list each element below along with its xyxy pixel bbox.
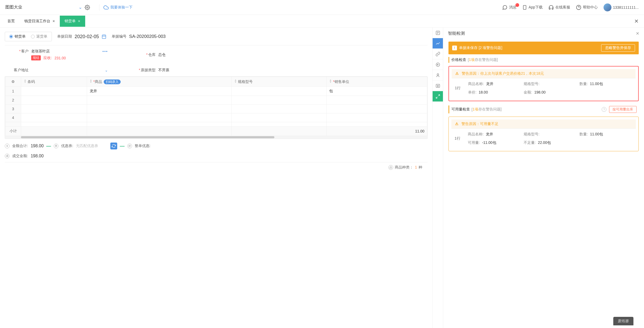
doc-no-value: SA-20200205-003 <box>129 34 166 39</box>
cloud-icon <box>103 5 109 10</box>
scroll-thumb[interactable] <box>21 136 274 138</box>
close-icon[interactable]: ✕ <box>78 19 80 23</box>
tab-label: 钱货日清工作台 <box>24 19 50 24</box>
gear-icon[interactable] <box>85 5 90 10</box>
table-row[interactable]: 2 <box>5 96 427 105</box>
message-button[interactable]: 消息 <box>502 5 516 10</box>
panel-header: 智能检测 ✕ <box>443 28 644 39</box>
settle-info: 现结 应收: 231.00 <box>31 55 108 60</box>
help-center-button[interactable]: 帮助中心 <box>576 5 598 10</box>
sales-order-radio[interactable]: 销货单 <box>7 33 28 40</box>
warning-icon: ! <box>452 46 457 50</box>
receivable-label: 应收: <box>43 56 52 60</box>
side-sync-icon[interactable] <box>433 59 443 70</box>
discount-icon: 折 <box>127 144 132 148</box>
customer-address-field: 客户地址 ⌄ <box>5 68 108 73</box>
field-label: 客户地址 <box>5 68 29 73</box>
tab-home[interactable]: 首页 <box>3 16 20 27</box>
table-row[interactable]: 4 <box>5 113 427 122</box>
summary-section: ¥ 金额合计: 198.00 — 券 优惠券: 无匹配优惠券 — 折 整单优惠:… <box>5 139 428 162</box>
refresh-coupon-button[interactable] <box>110 143 117 149</box>
tabs-bar: 首页 钱货日清工作台✕ 销货单✕ ✕ <box>0 15 644 28</box>
ship-by-avail-button[interactable]: 按可用量出库 <box>609 106 637 113</box>
product-header[interactable]: ▲▼*商品扫码录入 <box>87 77 232 87</box>
svg-point-14 <box>437 74 439 75</box>
row-number: 1行 <box>455 82 465 95</box>
section-count: 1项 <box>473 107 478 112</box>
section-count: 1项 <box>469 57 475 62</box>
help-icon <box>576 5 581 10</box>
side-expand-icon[interactable] <box>433 91 443 102</box>
tab-sales-order[interactable]: 销货单✕ <box>60 16 85 27</box>
table-row[interactable]: 1龙井包 <box>5 87 427 96</box>
side-chart-icon[interactable] <box>433 38 443 49</box>
barcode-header[interactable]: ▲▼条码 <box>21 77 87 87</box>
alert-bar: ! 单据未保存 [2 项警告问题] 忽略警告并保存 <box>448 42 639 54</box>
radio-label: 销货单 <box>15 34 26 39</box>
deal-label: 成交金额: <box>12 154 28 158</box>
warehouse-select[interactable]: 总仓 <box>158 52 211 57</box>
close-all-tabs-button[interactable]: ✕ <box>632 18 641 24</box>
avail-detail-row: 1行 商品名称:龙井 规格型号: 数量:11.00包 可用量:-11.00包 不… <box>451 128 636 148</box>
company-name: 图图大业 <box>5 5 22 10</box>
chevron-down-icon: ⌄ <box>105 68 108 72</box>
service-label: 在线客服 <box>555 5 570 10</box>
close-icon[interactable]: ✕ <box>52 19 55 23</box>
user-menu[interactable]: 13381111111... <box>604 3 639 11</box>
username: 13381111111... <box>613 5 639 10</box>
horizontal-scrollbar[interactable] <box>5 136 427 139</box>
try-experience-link[interactable]: 我要体验一下 <box>103 5 133 10</box>
app-download-label: App下载 <box>529 5 543 10</box>
minus-icon: — <box>120 143 125 149</box>
coupon-label: 优惠券: <box>61 144 73 148</box>
customer-select[interactable]: 老张茶叶店 ••• <box>31 49 108 54</box>
app-download-button[interactable]: App下载 <box>522 5 543 10</box>
doc-no-field: 单据编号 SA-20200205-003 <box>112 34 166 39</box>
spec-header[interactable]: ▲▼规格型号 <box>232 77 326 87</box>
address-row: 客户地址 ⌄ *票据类型 不开票 <box>5 64 428 76</box>
coupon-placeholder[interactable]: 无匹配优惠券 <box>76 144 108 148</box>
tab-label: 销货单 <box>65 19 76 24</box>
price-detail-row: 1行 商品名称:龙井 规格型号: 数量:11.00包 单价:18.00 金额:1… <box>452 78 636 98</box>
ignore-save-button[interactable]: 忽略警告并保存 <box>601 44 635 52</box>
warn-reason: ⚠ 警告原因：可用量不足 <box>451 119 636 128</box>
table-row[interactable]: 3 <box>5 105 427 113</box>
company-selector[interactable]: 图图大业 ⌄ <box>5 5 85 10</box>
deal-icon: 成 <box>5 154 10 158</box>
topbar: 图图大业 ⌄ 我要体验一下 消息 App下载 在线客服 <box>0 0 644 15</box>
side-link-icon[interactable] <box>433 49 443 59</box>
section-name: 价格检查 <box>451 57 466 62</box>
invoice-type-select[interactable]: 不开票 <box>158 68 211 73</box>
help-icon[interactable]: ? <box>602 107 606 112</box>
online-service-button[interactable]: 在线客服 <box>548 5 570 10</box>
sku-label: 商品种类： <box>395 165 413 170</box>
scan-input-button[interactable]: 扫码录入 <box>104 79 121 84</box>
table-row[interactable] <box>5 122 427 127</box>
minus-icon: — <box>46 143 51 149</box>
sku-count: 1 <box>415 165 417 170</box>
side-money-icon[interactable] <box>433 81 443 91</box>
avail-check-block: ⚠ 警告原因：可用量不足 1行 商品名称:龙井 规格型号: 数量:11.00包 … <box>448 117 639 151</box>
amount-value: 198.00 <box>31 144 44 148</box>
close-panel-button[interactable]: ✕ <box>636 31 639 36</box>
settings-col-header[interactable]: ⚙ <box>5 77 21 87</box>
more-icon[interactable]: ••• <box>102 49 108 54</box>
address-select[interactable]: ⌄ <box>31 68 108 72</box>
try-link-text: 我要体验一下 <box>110 5 133 10</box>
customer-row: *客户 老张茶叶店 ••• 现结 应收: 231.00 *仓库 总仓 <box>5 45 428 64</box>
subtotal-qty: 11.00 <box>326 127 427 136</box>
trash-button[interactable]: 废纸篓 <box>613 317 633 325</box>
panel-body: ! 单据未保存 [2 项警告问题] 忽略警告并保存 价格检查 [1项存在警告问题… <box>443 39 644 158</box>
side-user-icon[interactable] <box>433 70 443 81</box>
side-list-icon[interactable] <box>433 28 443 38</box>
calendar-icon[interactable] <box>102 34 106 39</box>
tab-workbench[interactable]: 钱货日清工作台✕ <box>20 16 60 27</box>
cell-product[interactable]: 龙井 <box>87 87 232 96</box>
doc-type-radio-group: 销货单 退货单 <box>5 32 52 41</box>
return-order-radio[interactable]: 退货单 <box>28 33 50 40</box>
price-check-block: ⚠ 警告原因：你上次与该客户交易价格21，本次18元 1行 商品名称:龙井 规格… <box>448 66 639 101</box>
unit-header[interactable]: ▲▼*销售单位 <box>326 77 427 87</box>
date-value[interactable]: 2020-02-05 <box>75 34 99 39</box>
settle-badge: 现结 <box>31 55 41 60</box>
cell-unit[interactable]: 包 <box>326 87 427 96</box>
